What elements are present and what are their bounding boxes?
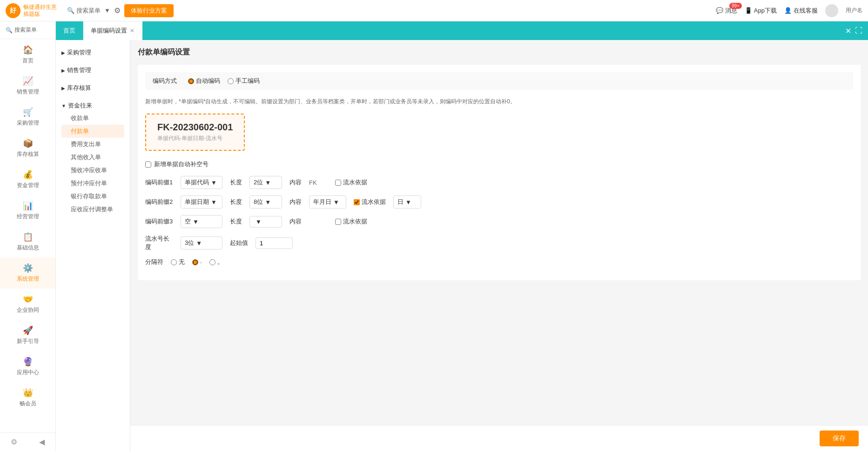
sidebar-item-member[interactable]: 👑 畅会员 (0, 382, 55, 413)
leftnav-item-payment[interactable]: 付款单 (61, 125, 124, 138)
prefix1-stream-label-row[interactable]: 流水依据 (335, 178, 367, 187)
leftnav-purchase-title[interactable]: ▶ 采购管理 (61, 47, 124, 59)
sidebar-item-finance[interactable]: 💰 资金管理 (0, 164, 55, 195)
leftnav-item-receipt[interactable]: 收款单 (61, 112, 124, 125)
manual-encoding-radio[interactable]: 手工编码 (228, 77, 260, 85)
tab-encoding[interactable]: 单据编码设置 ✕ (83, 21, 142, 40)
tab-close-icon[interactable]: ✕ (130, 27, 135, 34)
tabbar-actions: ✕ ⛶ (845, 27, 868, 35)
prefix1-len-select[interactable]: 2位 ▼ (249, 176, 282, 189)
sep-none-radio[interactable]: 无 (171, 258, 185, 266)
save-button[interactable]: 保存 (820, 431, 859, 446)
manual-encoding-input[interactable] (228, 78, 234, 84)
sep-dot-radio[interactable]: · (192, 259, 202, 266)
chevron-down-icon: ▼ (196, 240, 202, 247)
topbar-search[interactable]: 🔍 搜索菜单 (67, 7, 101, 15)
sep-none-input[interactable] (171, 259, 177, 265)
auto-encoding-input[interactable] (188, 78, 194, 84)
serial-len-select[interactable]: 3位 ▼ (181, 236, 222, 249)
operations-icon: 📊 (23, 201, 33, 211)
prefix2-len-label: 长度 (230, 198, 242, 206)
sidebar-item-home[interactable]: 🏠 首页 (0, 39, 55, 70)
sales-icon: 📈 (23, 76, 33, 86)
msg-icon: 💬 (716, 7, 723, 14)
prefix1-content-label: 内容 (289, 178, 302, 187)
sidebar-item-basic[interactable]: 📋 基础信息 (0, 226, 55, 257)
arrow-down-icon: ▼ (61, 103, 66, 108)
encoding-mode-row: 编码方式 自动编码 手工编码 (145, 72, 853, 90)
topbar-dropdown[interactable]: ▼ (104, 7, 110, 14)
msg-button[interactable]: 💬 消息 99+ (716, 7, 737, 15)
content-area: ▶ 采购管理 ▶ 销售管理 ▶ 库存核算 (56, 40, 868, 451)
leftnav-finance-title[interactable]: ▼ 资金往来 (61, 100, 124, 112)
prefix2-content-label: 内容 (289, 198, 302, 206)
settings-bottom-icon[interactable]: ⚙ (11, 438, 17, 446)
prefix3-stream-label-row[interactable]: 流水依据 (335, 217, 367, 226)
leftnav-inventory-title[interactable]: ▶ 库存核算 (61, 82, 124, 94)
auto-encoding-radio[interactable]: 自动编码 (188, 77, 220, 85)
prefix3-select[interactable]: 空 ▼ (181, 215, 222, 228)
sep-period-input[interactable] (209, 259, 215, 265)
sidebar-item-inventory[interactable]: 📦 库存核算 (0, 133, 55, 164)
leftnav-item-other-income[interactable]: 其他收入单 (61, 151, 124, 164)
online-service-button[interactable]: 👤 在线客服 (784, 7, 818, 15)
layout: 🔍 搜索菜单 🏠 首页 📈 销售管理 🛒 采购管理 📦 库存核算 💰 资金管理 … (0, 21, 868, 451)
leftnav-item-bank[interactable]: 银行存取款单 (61, 190, 124, 203)
leftnav-item-expense[interactable]: 费用支出单 (61, 138, 124, 151)
member-icon: 👑 (23, 388, 33, 398)
prefix1-select[interactable]: 单据代码 ▼ (181, 176, 222, 189)
serial-row: 流水号长度 3位 ▼ 起始值 (145, 235, 853, 251)
prefix1-stream-checkbox[interactable] (335, 180, 341, 186)
chevron-down-icon: ▼ (405, 199, 411, 206)
sidebar-item-guide[interactable]: 🚀 新手引导 (0, 320, 55, 351)
tabbar-close-icon[interactable]: ✕ (845, 27, 851, 35)
page-content: 付款单编码设置 编码方式 自动编码 (130, 40, 868, 425)
code-example: FK-20230602-001 单据代码-单据日期-流水号 (145, 114, 245, 151)
leftnav-item-advance-recv[interactable]: 预收冲应收单 (61, 164, 124, 177)
trial-button[interactable]: 体验行业方案 (124, 4, 174, 17)
serial-start-input[interactable] (256, 237, 293, 249)
sidebar-item-coop[interactable]: 🤝 企业协同 (0, 289, 55, 320)
app-icon: 📱 (745, 7, 752, 14)
leftnav-item-adjust[interactable]: 应收应付调整单 (61, 203, 124, 216)
prefix2-stream-label-row[interactable]: 流水依据 (354, 198, 386, 206)
auto-fill-checkbox[interactable] (145, 162, 151, 168)
prefix2-content-select[interactable]: 年月日 ▼ (309, 195, 346, 209)
coop-icon: 🤝 (23, 294, 33, 304)
prefix2-stream-select[interactable]: 日 ▼ (393, 195, 421, 209)
chevron-down-icon: ▼ (193, 218, 199, 225)
collapse-icon[interactable]: ◀ (39, 438, 45, 446)
sidebar-item-apps[interactable]: 🔮 应用中心 (0, 351, 55, 382)
topbar-right: 💬 消息 99+ 📱 App下载 👤 在线客服 用户名 (716, 4, 862, 17)
leftnav-sales-title[interactable]: ▶ 销售管理 (61, 64, 124, 76)
tab-home[interactable]: 首页 (56, 21, 83, 40)
app-download-button[interactable]: 📱 App下载 (745, 7, 777, 15)
main: 首页 单据编码设置 ✕ ✕ ⛶ ▶ 采购管理 (56, 21, 868, 451)
sidebar-search[interactable]: 🔍 搜索菜单 (0, 21, 55, 39)
auto-fill-label: 新增单据自动补空号 (154, 160, 209, 168)
prefix3-label: 编码前缀3 (145, 217, 173, 226)
page-wrapper: 付款单编码设置 编码方式 自动编码 (130, 40, 868, 451)
sep-period-radio[interactable]: 。 (209, 258, 223, 266)
chevron-down-icon: ▼ (256, 218, 262, 225)
sidebar-item-system[interactable]: ⚙️ 系统管理 (0, 257, 55, 289)
prefix1-row: 编码前缀1 单据代码 ▼ 长度 2位 ▼ 内容 FK (145, 176, 853, 189)
prefix2-len-select[interactable]: 8位 ▼ (249, 195, 282, 209)
auto-fill-row[interactable]: 新增单据自动补空号 (145, 160, 853, 168)
topbar-gear[interactable]: ⚙ (114, 6, 121, 15)
leftnav-group-sales: ▶ 销售管理 (56, 61, 130, 79)
prefix2-select[interactable]: 单据日期 ▼ (181, 195, 222, 209)
prefix2-stream-checkbox[interactable] (354, 199, 360, 205)
prefix2-row: 编码前缀2 单据日期 ▼ 长度 8位 ▼ 内容 (145, 195, 853, 209)
leftnav-item-advance-pay[interactable]: 预付冲应付单 (61, 177, 124, 190)
info-text: 新增单据时，*单据编码*自动生成，不可编辑。前缀设置为部门、业务员等档案类，开单… (145, 97, 853, 106)
tabbar-expand-icon[interactable]: ⛶ (855, 27, 862, 35)
sidebar-item-operations[interactable]: 📊 经营管理 (0, 195, 55, 226)
prefix3-stream-checkbox[interactable] (335, 219, 341, 225)
sidebar-item-sales[interactable]: 📈 销售管理 (0, 70, 55, 101)
topbar: 好 畅捷通好生意 插题版 🔍 搜索菜单 ▼ ⚙ 体验行业方案 💬 消息 99+ … (0, 0, 868, 21)
sidebar-item-purchase[interactable]: 🛒 采购管理 (0, 101, 55, 133)
sep-dot-input[interactable] (192, 259, 198, 265)
chevron-down-icon: ▼ (265, 199, 271, 206)
prefix3-len-select[interactable]: ▼ (249, 216, 282, 228)
